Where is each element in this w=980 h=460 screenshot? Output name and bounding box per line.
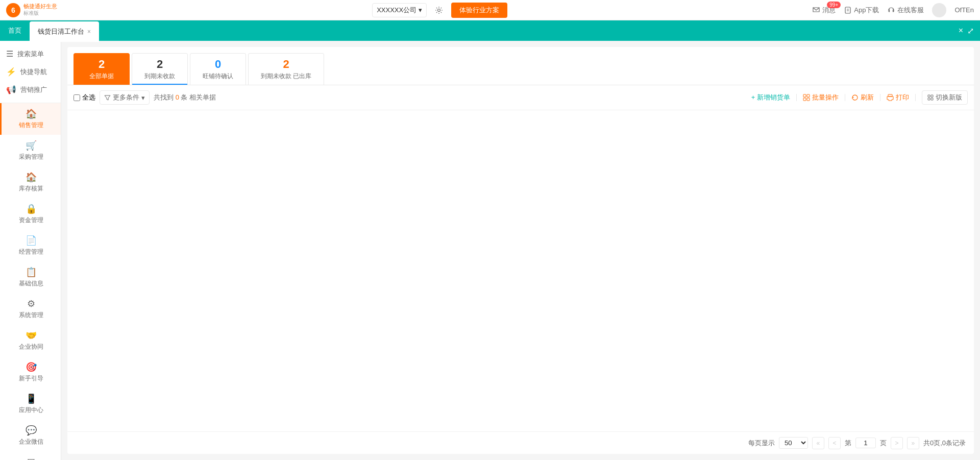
per-page-select[interactable]: 50 100 200 — [779, 437, 808, 449]
sidebar-item-basic-info[interactable]: 📋 基础信息 — [0, 261, 61, 293]
app-name: 畅捷通好生意 — [23, 3, 57, 10]
sidebar-item-wecom[interactable]: 💬 企业微信 — [0, 420, 61, 451]
message-button[interactable]: 消息 99+ — [812, 6, 836, 15]
prev-page-button[interactable]: < — [828, 437, 841, 449]
stat-tab-all[interactable]: 2 全部单据 — [74, 53, 130, 85]
filter-chevron: ▾ — [141, 94, 145, 102]
stat-count-out: 2 — [283, 58, 289, 71]
sidebar-item-system[interactable]: ⚙ 系统管理 — [0, 293, 61, 325]
page-prefix: 第 — [845, 439, 851, 448]
toolbar-divider1 — [796, 94, 797, 101]
purchase-label: 采购管理 — [19, 153, 43, 161]
sidebar-item-quick-nav[interactable]: ⚡ 快捷导航 — [0, 63, 61, 81]
purchase-icon: 🛒 — [26, 140, 37, 151]
page-input[interactable] — [855, 438, 876, 448]
app-download-button[interactable]: App下载 — [844, 6, 879, 15]
topbar-left: 6 畅捷通好生意 标准版 — [6, 3, 67, 17]
table-area — [67, 110, 974, 431]
stat-count-all: 2 — [99, 58, 105, 71]
svg-rect-7 — [928, 95, 930, 97]
search-menu-label: 搜索菜单 — [17, 50, 44, 59]
toolbar: 全选 更多条件 ▾ 共找到 0 条 相关单据 — [67, 85, 974, 110]
inventory-label: 库存核算 — [19, 184, 43, 193]
sales-label: 销售管理 — [19, 121, 43, 130]
svg-rect-5 — [807, 98, 810, 101]
sidebar-item-apps[interactable]: 📱 应用中心 — [0, 388, 61, 420]
sidebar-item-finance[interactable]: 🔒 资金管理 — [0, 198, 61, 230]
stat-tab-out[interactable]: 2 到期未收款 已出库 — [248, 53, 324, 85]
refresh-button[interactable]: 刷新 — [851, 93, 874, 102]
wecom-icon: 💬 — [26, 425, 37, 436]
overdue-underline — [132, 84, 187, 85]
sidebar-item-marketing[interactable]: 📢 营销推广 — [0, 81, 61, 99]
company-name: XXXXXX公司 — [377, 6, 416, 15]
content-area: 2 全部单据 2 到期未收款 0 旺铺待确认 2 到期未收款 已出库 — [61, 41, 980, 460]
finance-icon: 🔒 — [26, 203, 37, 214]
filter-button[interactable]: 更多条件 ▾ — [100, 90, 150, 105]
select-all-label: 全选 — [82, 93, 95, 102]
page-suffix: 页 — [880, 439, 887, 448]
select-all-checkbox[interactable]: 全选 — [74, 93, 95, 102]
toolbar-divider3 — [880, 94, 880, 101]
tab-home[interactable]: 首页 — [0, 20, 30, 41]
logo-icon: 6 — [6, 3, 20, 17]
wecom-label: 企业微信 — [19, 438, 43, 446]
new-sale-button[interactable]: + 新增销货单 — [751, 93, 790, 102]
toolbar-divider4 — [915, 94, 916, 101]
cooperation-label: 企业协同 — [19, 343, 43, 351]
next-page-button[interactable]: > — [891, 437, 903, 449]
switch-version-button[interactable]: 切换新版 — [922, 90, 968, 105]
stats-tabs: 2 全部单据 2 到期未收款 0 旺铺待确认 2 到期未收款 已出库 — [67, 47, 974, 85]
switch-label: 切换新版 — [936, 93, 962, 102]
select-all-input[interactable] — [74, 94, 80, 101]
stat-label-out: 到期未收款 已出库 — [261, 72, 311, 81]
found-text: 共找到 0 条 相关单据 — [154, 93, 216, 102]
stat-tab-pending[interactable]: 0 旺铺待确认 — [190, 53, 246, 85]
window-expand-button[interactable]: ⤢ — [967, 26, 974, 36]
sidebar-top-actions: ☰ 搜索菜单 ⚡ 快捷导航 📢 营销推广 — [0, 41, 61, 103]
window-close-button[interactable]: × — [959, 26, 963, 35]
batch-button[interactable]: 批量操作 — [803, 93, 839, 102]
company-selector[interactable]: XXXXXX公司 ▾ — [372, 3, 427, 17]
svg-rect-1 — [845, 7, 850, 13]
settings-button[interactable] — [432, 3, 446, 17]
system-label: 系统管理 — [19, 311, 43, 320]
sidebar-item-operations[interactable]: 📄 经营管理 — [0, 230, 61, 261]
svg-rect-3 — [807, 94, 810, 97]
sidebar-item-search-menu[interactable]: ☰ 搜索菜单 — [0, 45, 61, 63]
sidebar-item-inventory[interactable]: 🏠 库存核算 — [0, 166, 61, 198]
system-icon: ⚙ — [27, 298, 35, 309]
svg-rect-4 — [803, 98, 806, 101]
avatar[interactable] — [932, 3, 946, 17]
sidebar-item-guide[interactable]: 🎯 新手引导 — [0, 356, 61, 388]
refresh-label: 刷新 — [861, 93, 874, 102]
sidebar-item-cooperation[interactable]: 🤝 企业协同 — [0, 325, 61, 356]
marketing-label: 营销推广 — [20, 85, 47, 94]
sidebar-item-sales[interactable]: 🏠 销售管理 — [0, 103, 61, 135]
found-suffix: 相关单据 — [189, 93, 216, 101]
first-page-button[interactable]: « — [812, 437, 824, 449]
tab-cashflow[interactable]: 钱货日清工作台 × — [30, 21, 99, 42]
online-service-label: 在线客服 — [897, 6, 924, 15]
topbar: 6 畅捷通好生意 标准版 XXXXXX公司 ▾ 体验行业方案 消息 99+ Ap… — [0, 0, 980, 20]
app-download-label: App下载 — [854, 6, 879, 15]
inventory-icon: 🏠 — [26, 172, 37, 183]
svg-rect-8 — [931, 95, 933, 97]
stat-tab-overdue[interactable]: 2 到期未收款 — [132, 53, 188, 85]
print-button[interactable]: 打印 — [887, 93, 909, 102]
svg-rect-6 — [888, 94, 892, 96]
nav-tabs: 首页 钱货日清工作台 × × ⤢ — [0, 20, 980, 41]
stat-label-pending: 旺铺待确认 — [203, 72, 233, 81]
member-icon: ▽ — [28, 456, 35, 460]
tab-close-icon[interactable]: × — [87, 28, 91, 35]
svg-rect-9 — [928, 98, 930, 100]
operations-icon: 📄 — [26, 235, 37, 246]
sidebar-item-purchase[interactable]: 🛒 采购管理 — [0, 135, 61, 166]
marketing-icon: 📢 — [6, 85, 16, 94]
last-page-button[interactable]: » — [907, 437, 919, 449]
online-service-button[interactable]: 在线客服 — [887, 6, 924, 15]
message-badge: 99+ — [827, 2, 841, 8]
trial-button[interactable]: 体验行业方案 — [451, 3, 507, 18]
svg-rect-2 — [803, 94, 806, 97]
sidebar-item-member[interactable]: ▽ 畅会员 — [0, 451, 61, 460]
